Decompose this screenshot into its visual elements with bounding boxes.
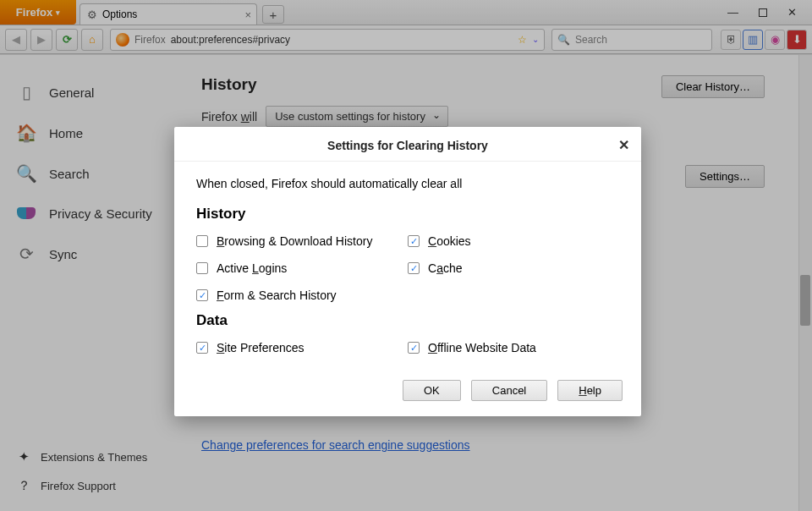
checkbox-icon xyxy=(196,289,208,301)
data-checkbox-grid: Site Preferences Offline Website Data xyxy=(196,341,619,354)
checkbox-offline-data[interactable]: Offline Website Data xyxy=(408,341,619,354)
checkbox-icon xyxy=(196,262,208,274)
checkbox-icon xyxy=(408,262,420,274)
dialog-button-row: OK Cancel Help xyxy=(174,370,641,416)
checkbox-label: Cookies xyxy=(428,234,471,248)
ok-button[interactable]: OK xyxy=(403,380,461,401)
checkbox-site-prefs[interactable]: Site Preferences xyxy=(196,341,408,354)
modal-overlay: Settings for Clearing History ✕ When clo… xyxy=(0,0,812,511)
checkbox-browsing[interactable]: Browsing & Download History xyxy=(196,234,408,248)
data-section-heading: Data xyxy=(196,312,619,329)
help-button[interactable]: Help xyxy=(557,380,623,401)
dialog-close-button[interactable]: ✕ xyxy=(618,137,629,153)
dialog-title-bar: Settings for Clearing History ✕ xyxy=(174,127,641,162)
checkbox-form-search[interactable]: Form & Search History xyxy=(196,288,408,302)
checkbox-icon xyxy=(408,342,420,354)
checkbox-label: Browsing & Download History xyxy=(217,234,372,248)
dialog-intro: When closed, Firefox should automaticall… xyxy=(196,177,619,190)
dialog-body: When closed, Firefox should automaticall… xyxy=(174,162,641,370)
checkbox-active-logins[interactable]: Active Logins xyxy=(196,261,408,275)
history-section-heading: History xyxy=(196,206,619,223)
checkbox-cookies[interactable]: Cookies xyxy=(408,234,619,248)
checkbox-label: Form & Search History xyxy=(217,288,337,302)
checkbox-label: Cache xyxy=(428,261,463,275)
dialog-title: Settings for Clearing History xyxy=(327,139,488,152)
checkbox-label: Site Preferences xyxy=(217,341,304,354)
checkbox-label: Offline Website Data xyxy=(428,341,536,354)
clear-history-dialog: Settings for Clearing History ✕ When clo… xyxy=(174,127,641,416)
checkbox-icon xyxy=(196,235,208,247)
checkbox-icon xyxy=(196,342,208,354)
checkbox-cache[interactable]: Cache xyxy=(408,261,619,275)
checkbox-label: Active Logins xyxy=(217,261,287,275)
cancel-button[interactable]: Cancel xyxy=(471,380,547,401)
checkbox-icon xyxy=(408,235,420,247)
history-checkbox-grid: Browsing & Download History Cookies Acti… xyxy=(196,234,619,302)
